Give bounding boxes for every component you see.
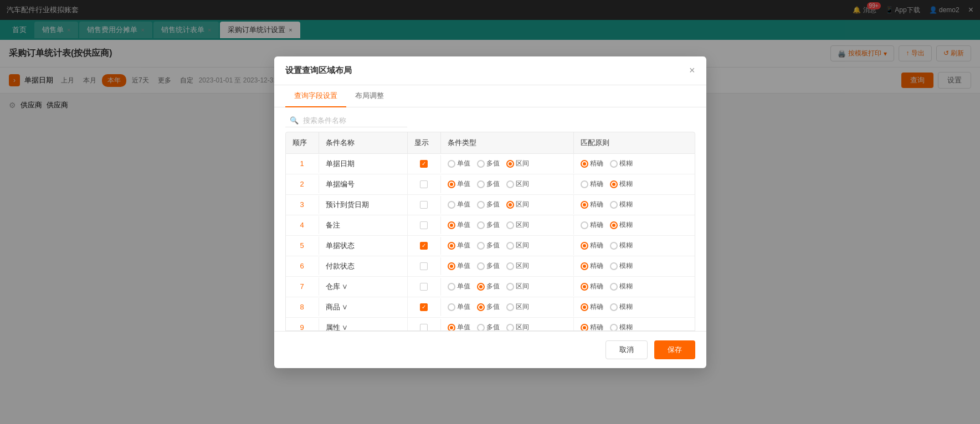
display-checkbox[interactable] [420,242,428,250]
cell-order: 3 [286,195,319,214]
radio-match-模糊[interactable]: 模糊 [610,302,633,312]
radio-type-单值[interactable]: 单值 [448,241,470,250]
radio-type-多值[interactable]: 多值 [477,323,500,331]
display-checkbox[interactable] [420,221,428,229]
radio-type-单值[interactable]: 单值 [448,282,470,291]
radio-match-模糊[interactable]: 模糊 [610,159,633,168]
radio-circle [506,180,514,188]
radio-type-单值[interactable]: 单值 [448,302,470,312]
cell-display-checkbox[interactable] [408,155,441,173]
radio-match-精确[interactable]: 精确 [581,282,603,291]
radio-type-区间[interactable]: 区间 [506,323,529,331]
display-checkbox[interactable] [420,262,428,270]
radio-type-多值[interactable]: 多值 [477,302,500,312]
radio-type-区间[interactable]: 区间 [506,302,529,312]
radio-type-单值[interactable]: 单值 [448,220,470,230]
search-input[interactable] [303,116,392,125]
radio-type-单值[interactable]: 单值 [448,323,470,331]
th-name: 条件名称 [319,132,408,153]
radio-match-精确[interactable]: 精确 [581,261,603,271]
radio-type-区间[interactable]: 区间 [506,261,529,271]
cell-match: 精确模糊 [574,277,674,296]
cell-display-checkbox[interactable] [408,216,441,234]
radio-type-多值[interactable]: 多值 [477,241,500,250]
dialog-header: 设置查询区域布局 × [274,56,706,85]
radio-type-多值[interactable]: 多值 [477,159,500,168]
th-match: 匹配原则 [574,132,674,153]
radio-type-区间[interactable]: 区间 [506,241,529,250]
cell-display-checkbox[interactable] [408,196,441,214]
dialog-footer: 取消 保存 [274,331,706,368]
cell-name: 属性 ∨ [319,318,408,331]
dialog-tab-layout[interactable]: 布局调整 [346,85,393,107]
radio-match-模糊[interactable]: 模糊 [610,323,633,331]
radio-match-精确[interactable]: 精确 [581,302,603,312]
cell-display-checkbox[interactable] [408,278,441,296]
config-row: 4备注单值多值区间精确模糊 [286,215,695,236]
radio-match-精确[interactable]: 精确 [581,159,603,168]
radio-circle [506,283,514,291]
radio-circle [581,242,588,250]
cell-order: 1 [286,154,319,173]
cell-order: 8 [286,298,319,316]
radio-type-区间[interactable]: 区间 [506,220,529,230]
cell-display-checkbox[interactable] [408,237,441,255]
radio-match-精确[interactable]: 精确 [581,179,603,189]
display-checkbox[interactable] [420,160,428,168]
dialog-close-button[interactable]: × [689,65,695,75]
radio-match-精确[interactable]: 精确 [581,323,603,331]
radio-type-区间[interactable]: 区间 [506,282,529,291]
radio-circle [581,201,588,209]
radio-type-多值[interactable]: 多值 [477,220,500,230]
radio-type-区间[interactable]: 区间 [506,159,529,168]
radio-type-多值[interactable]: 多值 [477,261,500,271]
radio-type-多值[interactable]: 多值 [477,179,500,189]
cell-display-checkbox[interactable] [408,298,441,316]
radio-type-单值[interactable]: 单值 [448,159,470,168]
display-checkbox[interactable] [420,324,428,331]
radio-circle [506,221,514,229]
config-table-header: 顺序 条件名称 显示 条件类型 匹配原则 [285,132,695,154]
cell-name: 单据日期 [319,154,408,174]
radio-match-精确[interactable]: 精确 [581,220,603,230]
radio-match-模糊[interactable]: 模糊 [610,261,633,271]
cell-name: 商品 ∨ [319,297,408,317]
display-checkbox[interactable] [420,303,428,311]
config-row: 3预计到货日期单值多值区间精确模糊 [286,195,695,215]
radio-type-区间[interactable]: 区间 [506,200,529,209]
cell-display-checkbox[interactable] [408,257,441,275]
radio-circle [581,221,588,229]
radio-match-模糊[interactable]: 模糊 [610,200,633,209]
radio-match-模糊[interactable]: 模糊 [610,220,633,230]
display-checkbox[interactable] [420,180,428,188]
save-button[interactable]: 保存 [654,340,695,359]
cell-display-checkbox[interactable] [408,319,441,331]
radio-match-精确[interactable]: 精确 [581,200,603,209]
dialog-tab-fields[interactable]: 查询字段设置 [285,85,346,107]
radio-circle [581,303,588,311]
display-checkbox[interactable] [420,201,428,209]
config-row: 9属性 ∨单值多值区间精确模糊 [286,318,695,331]
radio-circle [506,324,514,331]
radio-circle [448,201,455,209]
cell-name: 仓库 ∨ [319,277,408,297]
radio-match-精确[interactable]: 精确 [581,241,603,250]
cell-display-checkbox[interactable] [408,175,441,193]
cancel-button[interactable]: 取消 [606,340,648,359]
radio-match-模糊[interactable]: 模糊 [610,282,633,291]
radio-type-多值[interactable]: 多值 [477,282,500,291]
display-checkbox[interactable] [420,283,428,291]
settings-dialog: 设置查询区域布局 × 查询字段设置 布局调整 🔍 顺序 条件名称 [274,56,706,368]
radio-type-区间[interactable]: 区间 [506,179,529,189]
radio-type-单值[interactable]: 单值 [448,179,470,189]
radio-type-单值[interactable]: 单值 [448,261,470,271]
radio-type-单值[interactable]: 单值 [448,200,470,209]
radio-circle [448,303,455,311]
cell-match: 精确模糊 [574,236,674,255]
cell-order: 2 [286,175,319,193]
radio-match-模糊[interactable]: 模糊 [610,241,633,250]
radio-circle [477,201,485,209]
radio-circle [506,201,514,209]
radio-match-模糊[interactable]: 模糊 [610,179,633,189]
radio-type-多值[interactable]: 多值 [477,200,500,209]
